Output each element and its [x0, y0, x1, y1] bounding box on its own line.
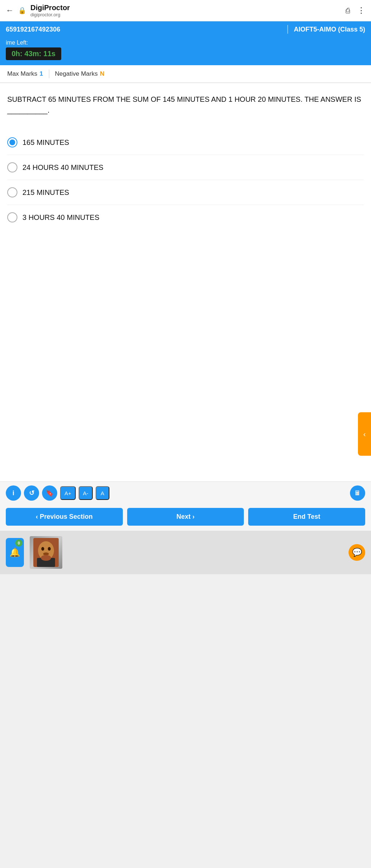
radio-d[interactable] [7, 212, 17, 222]
radio-a[interactable] [7, 137, 17, 147]
svg-point-2 [41, 547, 44, 551]
option-item-a[interactable]: 165 MINUTES [7, 130, 364, 155]
options-list: 165 MINUTES 24 HOURS 40 MINUTES 215 MINU… [7, 130, 364, 230]
negative-marks-label: Negative Marks [55, 70, 98, 78]
info-bar: 659192167492306 AIOFT5-AIMO (Class 5) [0, 21, 371, 37]
option-label-b: 24 HOURS 40 MINUTES [22, 163, 103, 172]
webcam-face-svg [33, 538, 59, 567]
option-label-a: 165 MINUTES [22, 138, 69, 147]
negative-marks-value: N [100, 70, 104, 78]
session-id: 659192167492306 [6, 26, 282, 33]
max-marks-item: Max Marks 1 [7, 70, 43, 78]
end-test-button[interactable]: End Test [248, 508, 365, 526]
prev-section-button[interactable]: ‹ Previous Section [6, 508, 123, 526]
svg-point-6 [41, 555, 51, 561]
radio-b[interactable] [7, 162, 17, 172]
chat-button[interactable]: 💬 [349, 544, 365, 561]
header-right: ⎙ ⋮ [346, 6, 365, 15]
option-label-c: 215 MINUTES [22, 188, 69, 197]
exam-name: AIOFT5-AIMO (Class 5) [294, 26, 365, 33]
menu-icon[interactable]: ⋮ [357, 6, 365, 15]
info-divider [287, 25, 288, 34]
share-icon[interactable]: ⎙ [346, 7, 350, 15]
radio-c[interactable] [7, 187, 17, 197]
header-title-block: DigiProctor digiproctor.org [30, 4, 70, 17]
option-item-c[interactable]: 215 MINUTES [7, 180, 364, 205]
notification-button[interactable]: 0 🔔 [6, 538, 24, 567]
timer-value: 0h: 43m: 11s [6, 47, 61, 60]
next-button[interactable]: Next › [127, 508, 244, 526]
timer-label: ime Left: [6, 39, 365, 46]
max-marks-label: Max Marks [7, 70, 37, 78]
svg-point-4 [43, 552, 49, 555]
marks-bar: Max Marks 1 Negative Marks N [0, 65, 371, 83]
option-item-b[interactable]: 24 HOURS 40 MINUTES [7, 155, 364, 180]
font-increase-button[interactable]: A+ [60, 486, 76, 500]
info-button[interactable]: i [6, 485, 21, 501]
negative-marks-item: Negative Marks N [55, 70, 104, 78]
option-label-d: 3 HOURS 40 MINUTES [22, 213, 99, 222]
app-name: DigiProctor [30, 4, 70, 12]
webcam-placeholder [30, 536, 62, 569]
question-area: SUBTRACT 65 MINUTES FROM THE SUM OF 145 … [0, 83, 371, 409]
back-icon[interactable]: ← [6, 6, 14, 15]
svg-point-3 [48, 547, 51, 551]
notification-badge: 0 [15, 539, 22, 547]
undo-button[interactable]: ↺ [24, 485, 39, 501]
spacer [0, 409, 371, 481]
bell-icon: 🔔 [9, 547, 20, 558]
header: ← 🔒 DigiProctor digiproctor.org ⎙ ⋮ [0, 0, 371, 21]
calculator-button[interactable]: 🖩 [350, 485, 365, 501]
app-url: digiproctor.org [30, 12, 70, 17]
nav-bar: ‹ Previous Section Next › End Test [0, 504, 371, 531]
webcam-preview [30, 536, 62, 569]
header-left: ← 🔒 DigiProctor digiproctor.org [6, 4, 346, 17]
bottom-bar: 0 🔔 💬 [0, 531, 371, 574]
bookmark-button[interactable]: 🔖 [42, 485, 57, 501]
bottom-toolbar: i ↺ 🔖 A+ A- A 🖩 [0, 481, 371, 504]
max-marks-value: 1 [39, 70, 43, 78]
timer-bar: ime Left: 0h: 43m: 11s [0, 37, 371, 65]
side-panel-tab[interactable]: ‹ [358, 412, 371, 456]
option-item-d[interactable]: 3 HOURS 40 MINUTES [7, 205, 364, 230]
lock-icon: 🔒 [18, 7, 26, 14]
font-decrease-button[interactable]: A- [79, 486, 93, 500]
marks-divider [49, 70, 49, 78]
question-text: SUBTRACT 65 MINUTES FROM THE SUM OF 145 … [7, 94, 364, 116]
chevron-left-icon: ‹ [363, 430, 366, 438]
font-reset-button[interactable]: A [96, 486, 109, 500]
